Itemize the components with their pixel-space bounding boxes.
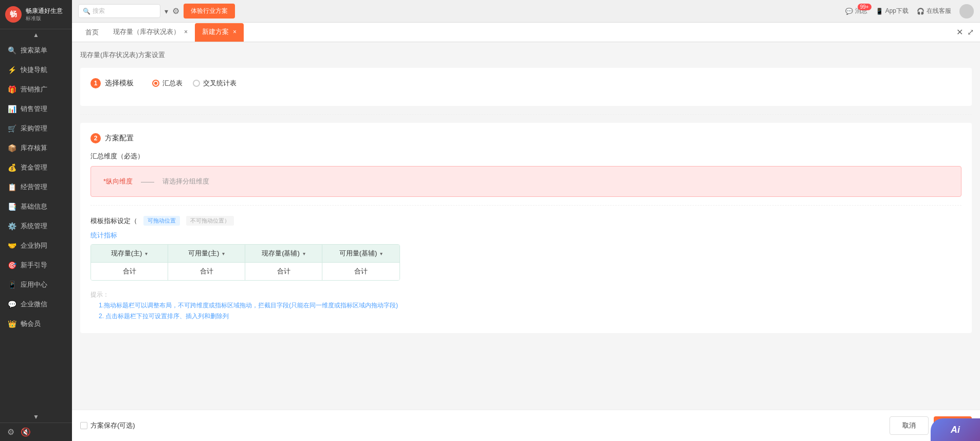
app-label: App下载: [885, 7, 909, 15]
sidebar-scroll-up[interactable]: ▲: [0, 29, 72, 41]
present-aux-dropdown[interactable]: ▾: [303, 251, 305, 256]
marketing-icon: 🎁: [7, 85, 16, 94]
tab-home[interactable]: 首页: [78, 24, 106, 41]
section2-title: 方案配置: [105, 134, 134, 143]
save-label: 方案保存(可选): [90, 421, 135, 430]
save-checkbox[interactable]: [80, 422, 87, 429]
sidebar-item-new-guide[interactable]: 🎯 新手引导: [0, 255, 72, 275]
tips-highlight: 和删除列: [204, 313, 229, 320]
tips-title: 提示：: [90, 290, 961, 299]
tab-new-plan-close-icon[interactable]: ×: [233, 28, 237, 35]
dropdown-arrow-icon[interactable]: ▾: [165, 7, 168, 15]
sidebar-item-label: 企业微信: [21, 300, 47, 309]
sidebar-item-label: 应用中心: [21, 280, 47, 289]
tips-item-1: 1.拖动标题栏可以调整布局，不可跨维度或指标区域拖动，拦截目字段(只能在同一维度…: [90, 301, 961, 310]
settings-icon[interactable]: ⚙: [7, 427, 14, 437]
cancel-button[interactable]: 取消: [890, 416, 929, 435]
sidebar-item-label: 营销推广: [21, 85, 47, 94]
config-section: 汇总维度（必选） *纵向维度 —— 请选择分组维度: [90, 152, 961, 197]
stats-header-present-aux[interactable]: 现存量(基辅) ▾: [245, 245, 322, 262]
app-download-button[interactable]: 📱 App下载: [876, 7, 909, 15]
dimension-placeholder: 请选择分组维度: [162, 177, 209, 186]
section1-number: 1: [90, 78, 101, 88]
member-icon: 👑: [7, 319, 16, 328]
sidebar-item-purchase[interactable]: 🛒 采购管理: [0, 119, 72, 138]
tips-section: 提示： 1.拖动标题栏可以调整布局，不可跨维度或指标区域拖动，拦截目字段(只能在…: [90, 290, 961, 321]
sidebar-item-label: 销售管理: [21, 104, 47, 114]
sidebar-item-label: 采购管理: [21, 124, 47, 133]
tab-new-plan[interactable]: 新建方案 ×: [195, 23, 244, 42]
mute-icon[interactable]: 🔇: [21, 427, 31, 437]
stats-cell-present-main: 合计: [91, 263, 168, 280]
topbar-right: 💬 消息 99+ 📱 App下载 🎧 在线客服: [845, 4, 974, 19]
new-guide-icon: 🎯: [7, 261, 16, 270]
sidebar-item-system[interactable]: ⚙️ 系统管理: [0, 216, 72, 236]
industry-plan-button[interactable]: 体验行业方案: [184, 4, 235, 19]
message-button[interactable]: 💬 消息 99+: [845, 7, 867, 15]
sidebar-item-search-menu[interactable]: 🔍 搜索菜单: [0, 41, 72, 60]
radio-summary[interactable]: 汇总表: [152, 79, 183, 88]
radio-summary-label: 汇总表: [162, 79, 183, 88]
online-service-button[interactable]: 🎧 在线客服: [917, 7, 951, 15]
stats-body-row: 合计 合计 合计 合计: [91, 262, 400, 280]
search-menu-icon: 🔍: [7, 46, 16, 55]
close-button[interactable]: ✕: [956, 27, 963, 37]
sidebar-item-wechat[interactable]: 💬 企业微信: [0, 295, 72, 314]
radio-cross-dot: [193, 80, 200, 87]
radio-cross[interactable]: 交叉统计表: [193, 79, 237, 88]
vertical-dimension-label: *纵向维度: [103, 177, 133, 186]
sidebar-item-operation[interactable]: 📋 经营管理: [0, 177, 72, 197]
tab-inventory-close-icon[interactable]: ×: [184, 28, 188, 35]
stats-header-available-aux[interactable]: 可用量(基辅) ▾: [322, 245, 400, 262]
available-main-dropdown[interactable]: ▾: [222, 251, 225, 256]
section1-title: 选择模板: [105, 79, 134, 88]
sidebar-item-sales[interactable]: 📊 销售管理: [0, 99, 72, 119]
basic-info-icon: 📑: [7, 202, 16, 211]
tabbar-right: ✕ ⤢: [956, 27, 974, 37]
topbar-search[interactable]: 🔍 搜索: [78, 4, 160, 18]
sidebar-item-label: 资金管理: [21, 163, 47, 172]
gear-icon[interactable]: ⚙: [172, 6, 179, 16]
ai-bubble[interactable]: Ai: [931, 418, 980, 441]
sidebar-logo: 畅 畅康通好生意 标准版: [0, 0, 72, 29]
quick-nav-icon: ⚡: [7, 65, 16, 75]
sidebar-scroll-down[interactable]: ▼: [0, 411, 72, 422]
dimension-box[interactable]: *纵向维度 —— 请选择分组维度: [90, 166, 961, 197]
section1-header: 1 选择模板 汇总表 交叉统计表: [90, 78, 961, 88]
tips-item-2: 2. 点击标题栏下拉可设置排序、插入列和删除列: [90, 312, 961, 321]
enterprise-icon: 🤝: [7, 241, 16, 250]
inventory-icon: 📦: [7, 143, 16, 153]
sidebar-item-label: 企业协同: [21, 241, 47, 250]
stats-cell-available-main: 合计: [168, 263, 245, 280]
sidebar-item-marketing[interactable]: 🎁 营销推广: [0, 80, 72, 99]
present-main-dropdown[interactable]: ▾: [145, 251, 148, 256]
sidebar-item-label: 库存核算: [21, 143, 47, 153]
sidebar-item-app-center[interactable]: 📱 应用中心: [0, 275, 72, 295]
sidebar-item-member[interactable]: 👑 畅会员: [0, 314, 72, 334]
save-option[interactable]: 方案保存(可选): [80, 421, 135, 430]
stats-header-present-main[interactable]: 现存量(主) ▾: [91, 245, 168, 262]
section2-card: 2 方案配置 汇总维度（必选） *纵向维度 —— 请选择分组维度 模板指标设定（…: [80, 123, 972, 333]
footer: 方案保存(可选) 取消 查询: [72, 410, 980, 441]
phone-icon: 📱: [876, 8, 883, 15]
available-aux-dropdown[interactable]: ▾: [380, 251, 383, 256]
tips-text-1: 1.拖动标题栏可以调整布局，不可跨维度或指标区域拖动，拦截目字段(只能在同一维度…: [99, 302, 398, 309]
logo-version: 标准版: [26, 15, 63, 22]
user-avatar[interactable]: [959, 4, 974, 19]
tab-inventory[interactable]: 现存量（库存状况表） ×: [106, 23, 195, 42]
sidebar-item-basic-info[interactable]: 📑 基础信息: [0, 197, 72, 216]
stats-header-available-main[interactable]: 可用量(主) ▾: [168, 245, 245, 262]
expand-button[interactable]: ⤢: [967, 27, 974, 37]
section1-card: 1 选择模板 汇总表 交叉统计表: [80, 68, 972, 106]
sidebar-item-inventory[interactable]: 📦 库存核算: [0, 138, 72, 158]
tab-new-plan-label: 新建方案: [202, 27, 229, 36]
sidebar-item-quick-nav[interactable]: ⚡ 快捷导航: [0, 60, 72, 80]
indicator-label: 模板指标设定（ 可拖动位置 不可拖动位置）: [90, 216, 961, 226]
tabbar: 首页 现存量（库存状况表） × 新建方案 × ✕ ⤢: [72, 23, 980, 42]
sidebar-item-enterprise[interactable]: 🤝 企业协同: [0, 236, 72, 255]
section2-number: 2: [90, 133, 101, 143]
stats-header-row: 现存量(主) ▾ 可用量(主) ▾ 现存量(基辅) ▾ 可用量(基辅): [91, 245, 400, 262]
wechat-icon: 💬: [7, 300, 16, 309]
sidebar-item-finance[interactable]: 💰 资金管理: [0, 158, 72, 177]
summary-dimension-label: 汇总维度（必选）: [90, 152, 961, 161]
